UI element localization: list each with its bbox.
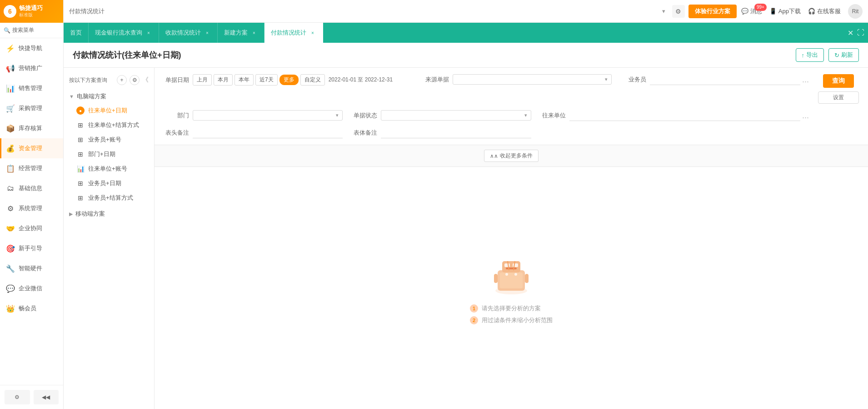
header-note-input[interactable]	[193, 127, 343, 138]
sidebar-item-basic[interactable]: 🗂基础信息	[0, 178, 63, 198]
scheme-query-label: 按以下方案查询	[69, 76, 107, 84]
export-btn[interactable]: ↑ 导出	[796, 48, 824, 62]
filter-settings-btn[interactable]: 设置	[818, 91, 859, 104]
collapse-bar: ∧∧ 收起更多条件	[155, 145, 868, 167]
date-custom-btn[interactable]: 自定义	[300, 74, 325, 86]
tab-new-scheme[interactable]: 新建方案×	[218, 23, 264, 43]
scheme-settings-btn[interactable]: ⚙	[130, 75, 140, 85]
query-btn[interactable]: 查询	[823, 74, 854, 88]
tab-close-all-btn[interactable]: ✕	[848, 29, 853, 37]
sidebar-item-marketing[interactable]: 📢营销推广	[0, 58, 63, 78]
tab-fullscreen-btn[interactable]: ⛶	[857, 29, 864, 37]
tab-close-new-scheme[interactable]: ×	[250, 29, 258, 36]
filter-source-field: 来源单据 ▾	[424, 74, 612, 85]
scheme-panel-header: 按以下方案查询 + ⚙ 《	[64, 72, 154, 88]
scheme-item-salesman-settlement[interactable]: ⊞业务员+结算方式	[64, 191, 154, 205]
scheme-item-unit-account[interactable]: 📊往来单位+账号	[64, 162, 154, 176]
scheme-item-unit-date[interactable]: ●往来单位+日期	[64, 103, 154, 118]
salesman-dots[interactable]: ...	[802, 75, 809, 85]
member-icon: 👑	[6, 304, 15, 313]
sidebar-item-wechat[interactable]: 💬企业微信	[0, 278, 63, 298]
sidebar-item-finance[interactable]: 💰资金管理	[0, 138, 63, 158]
salesman-input[interactable]	[650, 74, 800, 85]
hint-num-1: 1	[470, 304, 478, 313]
sidebar-collapse-btn[interactable]: ◀◀	[34, 390, 59, 404]
sidebar-item-hardware[interactable]: 🔧智能硬件	[0, 258, 63, 278]
sidebar-item-sales[interactable]: 📊销售管理	[0, 78, 63, 98]
search-icon: 🔍	[4, 27, 10, 34]
message-btn[interactable]: 💬 消息 99+	[741, 7, 762, 15]
date-this-month-btn[interactable]: 本月	[214, 74, 233, 86]
trial-btn[interactable]: 体验行业方案	[688, 5, 737, 18]
scheme-item-dept-date[interactable]: ⊞部门+日期	[64, 147, 154, 162]
filter-form: 单据日期 上月 本月 本年 近7天 更多 自定义 2022-01-01 至 20…	[155, 68, 868, 145]
sidebar-item-operations[interactable]: 📋经营管理	[0, 158, 63, 178]
partner-label: 往来单位	[540, 111, 566, 120]
wechat-icon: 💬	[6, 284, 15, 293]
system-icon: ⚙	[6, 204, 15, 213]
scheme-group-desktop-header[interactable]: ▼ 电脑端方案	[64, 90, 154, 103]
page-header: 付款情况统计(往来单位+日期) ↑ 导出 ↻ 刷新	[64, 43, 868, 68]
tab-payment-stats[interactable]: 付款情况统计×	[264, 23, 323, 43]
scheme-item-salesman-account[interactable]: ⊞业务员+账号	[64, 132, 154, 147]
user-avatar[interactable]: Rit	[848, 4, 863, 19]
docstatus-select-arrow: ▾	[524, 112, 527, 118]
tab-close-receipt-stats[interactable]: ×	[204, 29, 211, 36]
sidebar-item-guide[interactable]: 🎯新手引导	[0, 238, 63, 258]
date-this-year-btn[interactable]: 本年	[234, 74, 254, 86]
filter-body-note-field: 表体备注	[352, 127, 531, 138]
filter-form-wrapper: 单据日期 上月 本月 本年 近7天 更多 自定义 2022-01-01 至 20…	[155, 68, 868, 167]
tab-close-bank[interactable]: ×	[145, 29, 152, 36]
date-last-month-btn[interactable]: 上月	[193, 74, 212, 86]
tab-bank[interactable]: 现金银行流水查询×	[89, 23, 159, 43]
svg-rect-7	[494, 274, 498, 283]
filter-dept-field: 部门 ▾	[164, 110, 343, 121]
partner-input[interactable]	[569, 110, 800, 121]
topbar-controls: ▾ ⚙ 体验行业方案	[659, 5, 737, 18]
empty-svg	[484, 252, 539, 298]
filter-layout: 按以下方案查询 + ⚙ 《 ▼ 电脑端方案 ●往来单位+日期⊞往来单位+结算方式…	[64, 68, 868, 409]
sidebar-item-member[interactable]: 👑畅会员	[0, 298, 63, 318]
scheme-add-btn[interactable]: +	[117, 75, 127, 85]
body-note-input[interactable]	[381, 127, 531, 138]
app-download-btn[interactable]: 📱 App下载	[769, 7, 801, 15]
tab-receipt-stats[interactable]: 收款情况统计×	[159, 23, 218, 43]
collapse-conditions-btn[interactable]: ∧∧ 收起更多条件	[484, 150, 539, 162]
search-menu[interactable]: 🔍 搜索菜单	[0, 23, 63, 38]
topbar-gear-btn[interactable]: ⚙	[672, 5, 685, 18]
docstatus-select[interactable]: ▾	[381, 110, 531, 121]
sidebar-item-enterprise[interactable]: 🤝企业协同	[0, 218, 63, 238]
partner-dots[interactable]: ...	[802, 111, 809, 121]
scheme-item-unit-settlement[interactable]: ⊞往来单位+结算方式	[64, 118, 154, 132]
salesman-settlement-icon: ⊞	[76, 194, 85, 202]
topbar-dropdown-btn[interactable]: ▾	[659, 7, 668, 16]
sidebar-settings-btn[interactable]: ⚙	[5, 390, 30, 404]
content-area: 付款情况统计(往来单位+日期) ↑ 导出 ↻ 刷新 按以下方案查询 +	[64, 43, 868, 409]
sidebar-item-inventory[interactable]: 📦库存核算	[0, 118, 63, 138]
date-buttons: 上月 本月 本年 近7天 更多 自定义 2022-01-01 至 2022-12…	[193, 74, 394, 86]
dept-select[interactable]: ▾	[193, 110, 343, 121]
sidebar-item-purchase[interactable]: 🛒采购管理	[0, 98, 63, 118]
topbar-breadcrumb: 付款情况统计	[69, 7, 655, 15]
scheme-collapse-btn[interactable]: 《	[142, 76, 149, 84]
filter-date-field: 单据日期 上月 本月 本年 近7天 更多 自定义 2022-01-01 至 20…	[164, 74, 414, 86]
tab-close-payment-stats[interactable]: ×	[309, 29, 316, 36]
sidebar-item-quick-nav[interactable]: ⚡快捷导航	[0, 38, 63, 58]
sidebar-nav: ⚡快捷导航📢营销推广📊销售管理🛒采购管理📦库存核算💰资金管理📋经营管理🗂基础信息…	[0, 38, 63, 385]
online-service-btn[interactable]: 🎧 在线客服	[808, 7, 841, 15]
purchase-icon: 🛒	[6, 104, 15, 113]
refresh-btn[interactable]: ↻ 刷新	[828, 48, 859, 62]
date-more-btn[interactable]: 更多	[279, 75, 299, 85]
scheme-group-mobile-header[interactable]: ▶ 移动端方案	[64, 207, 154, 221]
date-7days-btn[interactable]: 近7天	[255, 74, 278, 86]
source-select[interactable]: ▾	[453, 74, 612, 85]
source-label: 来源单据	[424, 76, 449, 84]
filter-row-2: 部门 ▾ 单据状态 ▾	[164, 110, 859, 121]
scheme-item-salesman-date[interactable]: ⊞业务员+日期	[64, 176, 154, 191]
empty-illustration	[484, 252, 539, 299]
filter-partner-field: 往来单位 ...	[540, 110, 809, 121]
inventory-icon: 📦	[6, 124, 15, 133]
sidebar-item-system[interactable]: ⚙系统管理	[0, 198, 63, 218]
tab-home[interactable]: 首页	[64, 23, 89, 43]
empty-hint-2: 2 用过滤条件来缩小分析范围	[470, 316, 553, 324]
